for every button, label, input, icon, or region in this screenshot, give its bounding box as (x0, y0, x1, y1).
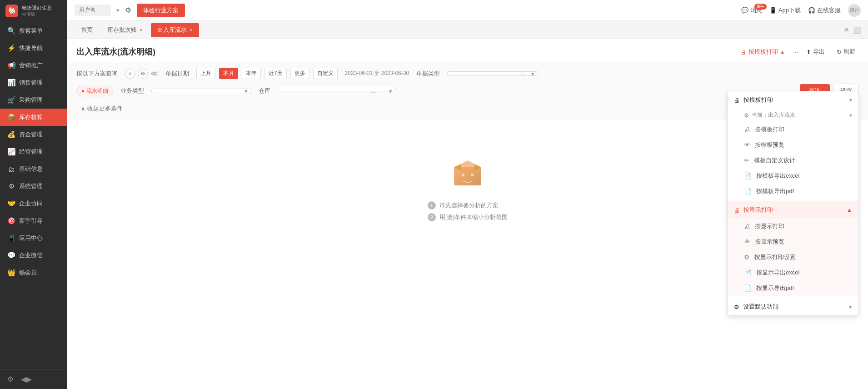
sidebar-item-sales[interactable]: 📊 销售管理 (0, 74, 67, 91)
sidebar-item-operation[interactable]: 📈 经营管理 (0, 143, 67, 160)
collapse-icon[interactable]: ◀▶ (21, 375, 32, 384)
dropdown-item-template-excel[interactable]: 📄 按模板导出excel (728, 168, 858, 184)
sidebar-item-marketing[interactable]: 📢 营销推广 (0, 57, 67, 74)
main-content: 用户名 ▾ ⚙ 体验行业方案 💬 消息 99+ 📱 App下载 🎧 在线客服 用… (67, 0, 868, 389)
filter-actions: + ⚙ ≪ (125, 69, 158, 79)
collapse-more-btn[interactable]: ∧ 收起更多条件 (76, 103, 127, 115)
sidebar-item-base[interactable]: 🗂 基础信息 (0, 160, 67, 178)
template-print-button[interactable]: 🖨 按模板打印 ▲ (737, 45, 788, 58)
date-btn-7days[interactable]: 近7天 (264, 68, 287, 79)
logo-icon: 畅 (5, 5, 18, 17)
export-button[interactable]: ⬆ 导出 (803, 45, 828, 58)
current-icon: ⚙ (744, 112, 749, 119)
biz-type-select[interactable] (151, 89, 251, 93)
user-avatar[interactable]: 用户 (848, 4, 861, 17)
item-excel-icon2: 📄 (744, 269, 752, 276)
sidebar-item-search[interactable]: 🔍 搜索菜单 (0, 22, 67, 40)
sidebar-item-wechat[interactable]: 💬 企业微信 (0, 247, 67, 264)
sidebar-item-finance[interactable]: 💰 资金管理 (0, 126, 67, 143)
item-display-preview-label: 按显示预览 (755, 238, 784, 246)
actions-dots[interactable]: ··· (793, 49, 798, 55)
biz-type-select-wrapper (151, 89, 251, 93)
tab-home[interactable]: 首页 (75, 23, 99, 37)
dropdown-item-display-print[interactable]: 🖨 按显示打印 (728, 219, 858, 234)
settings-icon[interactable]: ⚙ (7, 375, 14, 384)
filter-tag[interactable]: ● 流水明细 (76, 86, 113, 96)
filter-tag-icon: ● (81, 88, 85, 94)
dropdown-item-template-preview[interactable]: 👁 按模板预览 (728, 137, 858, 153)
app-download-button[interactable]: 📱 App下载 (769, 6, 801, 15)
service-icon: 🎧 (808, 7, 815, 14)
current-arrow[interactable]: ▾ (849, 112, 852, 119)
tab-maximize[interactable]: ⬜ (853, 26, 861, 34)
filter-setting-button[interactable]: ⚙ (138, 69, 148, 79)
sidebar-label-vip: 畅会员 (19, 269, 37, 277)
date-btn-more[interactable]: 更多 (290, 68, 309, 79)
template-print-label: 按模板打印 (748, 48, 778, 56)
item-preview-icon: 👁 (744, 141, 750, 149)
app-icon: 📱 (769, 7, 777, 14)
date-btn-custom[interactable]: 自定义 (313, 68, 338, 79)
dropdown-item-template-custom[interactable]: ✏ 模板自定义设计 (728, 153, 858, 168)
message-button[interactable]: 💬 消息 99+ (741, 6, 762, 15)
tab-batch-close[interactable]: × (140, 27, 143, 33)
display-section-toggle[interactable]: ▲ (847, 207, 852, 213)
date-btn-last-month[interactable]: 上月 (196, 68, 215, 79)
dropdown-item-display-preview[interactable]: 👁 按显示预览 (728, 234, 858, 249)
message-icon: 💬 (741, 7, 748, 14)
topbar-gear-icon[interactable]: ⚙ (125, 6, 131, 15)
export-icon: ⬆ (806, 49, 811, 55)
refresh-button[interactable]: ↻ 刷新 (833, 45, 859, 58)
sidebar-icon-system: ⚙ (7, 182, 15, 190)
sidebar-item-enterprise[interactable]: 🤝 企业协同 (0, 195, 67, 212)
warehouse-select[interactable]: ··· (278, 87, 396, 91)
tab-flow-close[interactable]: × (190, 27, 193, 33)
sidebar-item-inventory[interactable]: 📦 库存核算 (0, 109, 67, 126)
filter-add-button[interactable]: + (125, 69, 135, 79)
sidebar-item-system[interactable]: ⚙ 系统管理 (0, 178, 67, 195)
date-btn-this-year[interactable]: 本年 (242, 68, 261, 79)
display-section-content: 🖨 按显示打印 👁 按显示预览 ⚙ 按显示打印设置 📄 (728, 219, 858, 296)
dropdown-display-section-header[interactable]: 🖨 按显示打印 ▲ (728, 201, 858, 219)
sidebar-item-guide[interactable]: 🎯 新手引导 (0, 212, 67, 229)
dropdown-item-display-setting[interactable]: ⚙ 按显示打印设置 (728, 249, 858, 265)
filter-collapse-arrow[interactable]: ≪ (150, 69, 158, 78)
sidebar-item-appstore[interactable]: 📱 应用中心 (0, 229, 67, 247)
tab-batch-label: 库存批次账 (107, 26, 137, 34)
dropdown-item-template-pdf[interactable]: 📄 按模板导出pdf (728, 184, 858, 199)
item-pdf-label2: 按显示导出pdf (756, 284, 794, 292)
date-filter: 上月 本月 本年 近7天 更多 自定义 (196, 68, 338, 79)
template-section-toggle[interactable]: ▾ (849, 97, 852, 103)
item-custom-label: 模板自定义设计 (754, 156, 795, 165)
voucher-type-more[interactable]: ··· (521, 70, 525, 77)
template-print-arrow: ▲ (780, 49, 785, 55)
item-print-icon: 🖨 (744, 126, 750, 133)
current-label: 当前：出入库流水 (752, 111, 795, 119)
date-btn-this-month[interactable]: 本月 (219, 68, 238, 79)
empty-illustration (445, 147, 490, 192)
trial-button[interactable]: 体验行业方案 (137, 4, 185, 17)
online-service-button[interactable]: 🎧 在线客服 (808, 6, 841, 15)
sidebar-item-purchase[interactable]: 🛒 采购管理 (0, 91, 67, 109)
dropdown-template-section-header[interactable]: 🖨 按模板打印 ▾ (728, 91, 858, 109)
dropdown-printer-icon: 🖨 (734, 97, 740, 104)
tab-close-all[interactable]: ✕ (843, 25, 849, 34)
tab-batch[interactable]: 库存批次账 × (101, 23, 149, 37)
dropdown-item-display-pdf[interactable]: 📄 按显示导出pdf (728, 280, 858, 296)
dropdown-display-printer-icon: 🖨 (734, 207, 740, 214)
step-text-1: 请先选择要分析的方案 (439, 201, 499, 209)
sidebar-item-quick-nav[interactable]: ⚡ 快捷导航 (0, 40, 67, 57)
topbar-user-arrow[interactable]: ▾ (116, 7, 120, 14)
voucher-type-select-wrapper: ··· (447, 71, 538, 76)
sidebar-item-vip[interactable]: 👑 畅会员 (0, 264, 67, 281)
dropdown-item-template-print[interactable]: 🖨 按模板打印 (728, 122, 858, 137)
sidebar-icon-base: 🗂 (7, 165, 15, 173)
sidebar: 畅 畅捷通好生意 标准版 🔍 搜索菜单 ⚡ 快捷导航 📢 营销推广 📊 销售管理… (0, 0, 67, 389)
page-content: 出入库流水(流水明细) 🖨 按模板打印 ▲ ··· ⬆ 导出 ↻ 刷新 (67, 39, 868, 389)
dropdown-default-section[interactable]: ⚙ 设置默认功能 ▾ (728, 298, 858, 315)
dropdown-item-display-excel[interactable]: 📄 按显示导出excel (728, 265, 858, 280)
default-label: 设置默认功能 (743, 303, 778, 311)
topbar-user[interactable]: 用户名 (75, 5, 111, 16)
tab-flow[interactable]: 出入库流水 × (151, 23, 199, 37)
sidebar-icon-finance: 💰 (7, 130, 15, 139)
